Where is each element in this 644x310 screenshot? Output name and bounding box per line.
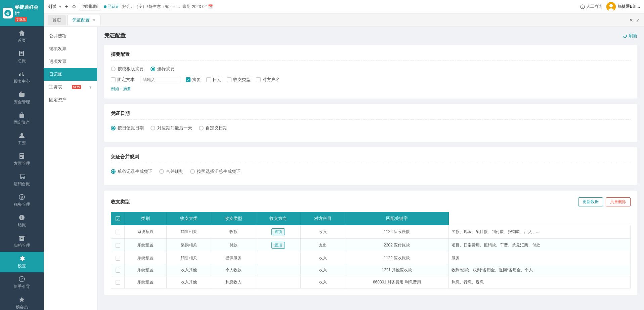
row-2-tag-button[interactable]: 置顶 bbox=[271, 242, 285, 249]
checkbox-summary-label: 摘要 bbox=[192, 77, 201, 83]
tabbar-right: ✕ ⤢ bbox=[629, 17, 640, 23]
sidebar-item-funds[interactable]: 资金管理 bbox=[0, 88, 44, 108]
row-3-direction: 收入 bbox=[300, 252, 345, 264]
merge-radio-rule[interactable]: 合并规则 bbox=[159, 168, 183, 175]
row-1-category: 系统预置 bbox=[125, 225, 167, 239]
tab-config-close[interactable]: × bbox=[93, 18, 95, 23]
sidebar-item-reports[interactable]: 报表中心 bbox=[0, 67, 44, 88]
row-checkbox bbox=[111, 276, 125, 288]
date-radio-last-day[interactable]: 对应期间最后一天 bbox=[151, 125, 192, 131]
consult-button[interactable]: ? 人工咨询 bbox=[580, 4, 602, 9]
sidebar-item-purchase[interactable]: 进销台账 bbox=[0, 170, 44, 190]
user-menu[interactable]: 畅捷通B组... bbox=[606, 2, 640, 11]
topbar-settings-button[interactable]: ⚙ bbox=[72, 4, 76, 9]
sidebar-label-purchase: 进销台账 bbox=[14, 181, 30, 187]
radio-last-day-label: 对应期间最后一天 bbox=[157, 125, 192, 131]
sidebar-item-archive[interactable]: 归档管理 bbox=[0, 231, 44, 252]
th-category: 类别 bbox=[125, 212, 167, 225]
sidebar-item-settings[interactable]: 设置 bbox=[0, 252, 44, 272]
row-4-keywords: 收到*借款、收到*备用金、退回*备用金、个人 bbox=[448, 264, 630, 276]
tab-config[interactable]: 凭证配置 × bbox=[67, 15, 100, 26]
batch-delete-button[interactable]: 批量删除 bbox=[606, 197, 631, 206]
topbar-add-button[interactable]: ＋ bbox=[64, 3, 69, 10]
row-3-keywords: 服务 bbox=[448, 252, 630, 264]
salary-icon bbox=[18, 132, 25, 139]
radio-journal-label: 按日记账日期 bbox=[118, 125, 144, 131]
row-5-direction: 收入 bbox=[300, 276, 345, 288]
checkbox-fixed-text[interactable]: 固定文本 bbox=[111, 77, 135, 83]
summary-radio-template[interactable]: 按模板版摘要 bbox=[111, 66, 144, 72]
refresh-button[interactable]: 刷新 bbox=[622, 33, 637, 39]
th-keywords: 匹配关键字 bbox=[345, 212, 448, 225]
row-2-account: 2202 应付账款 bbox=[345, 239, 448, 252]
sidebar-label-invoice-mgmt: 发票管理 bbox=[14, 161, 30, 166]
left-nav-payroll-label: 工资表 bbox=[49, 84, 62, 90]
summary-radio-select[interactable]: 选择摘要 bbox=[151, 66, 175, 72]
left-nav-payroll-table[interactable]: 工资表 NEW ▾ bbox=[44, 81, 97, 93]
checkbox-date-box bbox=[206, 77, 211, 82]
row-3-checkbox[interactable] bbox=[116, 256, 120, 261]
maximize-window-button[interactable]: ⤢ bbox=[636, 17, 640, 23]
sidebar-label-reports: 报表中心 bbox=[14, 79, 30, 84]
left-nav-public[interactable]: 公共选项 bbox=[44, 30, 97, 42]
select-all-checkbox[interactable]: ✓ bbox=[116, 216, 120, 221]
sidebar-item-tax[interactable]: 税 税务管理 bbox=[0, 190, 44, 211]
row-1-keywords: 欠款、现金、项目款、到付款、报销款、汇入、... bbox=[448, 225, 630, 239]
close-window-button[interactable]: ✕ bbox=[629, 17, 633, 23]
sidebar-item-member[interactable]: 畅会员 bbox=[0, 293, 44, 310]
svg-point-5 bbox=[20, 133, 23, 136]
update-data-button[interactable]: 更新数据 bbox=[578, 197, 603, 206]
row-4-account: 1221 其他应收款 bbox=[345, 264, 448, 276]
svg-text:?: ? bbox=[21, 277, 23, 281]
row-5-checkbox[interactable] bbox=[116, 280, 120, 285]
date-radio-journal[interactable]: 按日记账日期 bbox=[111, 125, 144, 131]
row-4-checkbox[interactable] bbox=[116, 268, 120, 273]
radio-custom-label: 自定义日期 bbox=[206, 125, 227, 131]
checkbox-date-label: 日期 bbox=[213, 77, 221, 83]
checkbox-summary[interactable]: 摘要 bbox=[186, 77, 201, 83]
sidebar-item-home[interactable]: 首页 bbox=[0, 26, 44, 47]
tab-home[interactable]: 首页 bbox=[48, 15, 66, 25]
content-area: 公共选项 销项发票 进项发票 日记账 工资表 NEW ▾ 固定资产 bbox=[44, 27, 644, 310]
row-2-direction: 支出 bbox=[300, 239, 345, 252]
sidebar: 会 畅捷通好会计 专业版 首页 总账 报表中心 资金管理 固定资产 工资 发票管… bbox=[0, 0, 44, 310]
sidebar-label-ledger: 总账 bbox=[18, 58, 26, 64]
row-checkbox bbox=[111, 252, 125, 264]
sidebar-item-guide[interactable]: ? 新手引导 bbox=[0, 272, 44, 293]
avatar-image bbox=[606, 2, 616, 11]
page-title: 凭证配置 bbox=[104, 32, 126, 39]
merge-radio-single[interactable]: 单条记录生成凭证 bbox=[111, 168, 153, 175]
left-nav-fixed-assets[interactable]: 固定资产 bbox=[44, 93, 97, 106]
topbar-dropdown-arrow[interactable]: ▾ bbox=[59, 4, 61, 9]
radio-rule-label: 合并规则 bbox=[166, 168, 183, 175]
tabbar: 首页 凭证配置 × ✕ ⤢ bbox=[44, 13, 644, 27]
merge-radio-total[interactable]: 按照选择汇总生成凭证 bbox=[190, 168, 241, 175]
row-1-checkbox[interactable] bbox=[116, 230, 120, 234]
left-nav-purchase-invoice[interactable]: 进项发票 bbox=[44, 55, 97, 68]
main-content: 凭证配置 刷新 摘要配置 按模板版摘要 bbox=[97, 27, 644, 310]
sidebar-item-ledger[interactable]: 总账 bbox=[0, 47, 44, 67]
fixed-text-input[interactable] bbox=[140, 76, 180, 83]
checkbox-payment-type[interactable]: 收支类型 bbox=[227, 77, 251, 83]
row-1-type: 收款 bbox=[211, 225, 256, 239]
sidebar-item-payroll[interactable]: 工资 bbox=[0, 129, 44, 149]
sidebar-item-invoice-mgmt[interactable]: 发票管理 bbox=[0, 149, 44, 170]
checkbox-counterpart[interactable]: 对方户名 bbox=[256, 77, 280, 83]
left-nav-sales-invoice[interactable]: 销项发票 bbox=[44, 42, 97, 55]
checkbox-date[interactable]: 日期 bbox=[206, 77, 221, 83]
topbar-switch-button[interactable]: 切到旧版 bbox=[79, 3, 101, 10]
user-name: 畅捷通B组... bbox=[618, 4, 640, 9]
sidebar-item-assets[interactable]: 固定资产 bbox=[0, 108, 44, 129]
radio-select-label: 选择摘要 bbox=[157, 66, 175, 72]
app-logo[interactable]: 会 畅捷通好会计 专业版 bbox=[0, 0, 44, 26]
row-2-checkbox[interactable] bbox=[116, 243, 120, 248]
sidebar-item-closing[interactable]: 结账 bbox=[0, 211, 44, 231]
sidebar-label-member: 畅会员 bbox=[16, 304, 28, 310]
calendar-icon[interactable]: 📅 bbox=[208, 4, 213, 9]
left-nav-journal[interactable]: 日记账 bbox=[44, 68, 97, 81]
left-nav-purchase-invoice-label: 进项发票 bbox=[49, 59, 67, 65]
logo-icon: 会 bbox=[3, 8, 13, 18]
date-radio-custom[interactable]: 自定义日期 bbox=[199, 125, 227, 131]
checkbox-counterpart-box bbox=[256, 77, 261, 82]
row-1-tag-button[interactable]: 置顶 bbox=[271, 228, 285, 235]
